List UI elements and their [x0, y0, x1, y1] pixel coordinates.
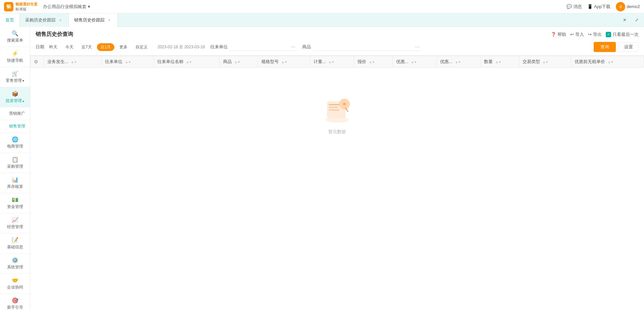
sort-icon: ▲▼: [542, 60, 548, 64]
import-btn[interactable]: ↩ 导入: [570, 32, 584, 38]
sidebar-item-search-menu[interactable]: 🔍 搜索菜单: [0, 27, 30, 47]
col-trade-type[interactable]: 交易类型 ▲▼: [519, 56, 571, 68]
column-settings-icon[interactable]: ⚙: [34, 59, 38, 64]
partner-picker-btn[interactable]: ···: [291, 44, 295, 50]
sidebar-item-label: 系统管理: [1, 264, 29, 270]
sidebar-item-wholesale-mgmt[interactable]: 📦 批发管理 ▴: [0, 87, 30, 107]
expand-btn[interactable]: ⤢: [632, 15, 641, 25]
app-download-btn[interactable]: 📱 App下载: [587, 4, 610, 10]
chevron-down-icon: ▾: [88, 4, 90, 9]
table-header-row: ⚙ 业务发生... ▲▼ 往来单位 ▲▼ 往来单位名称 ▲▼: [31, 56, 644, 68]
sidebar-item-retail-mgmt[interactable]: 🛒 零售管理 ▾: [0, 67, 30, 87]
date-btn-today[interactable]: 今天: [62, 43, 76, 51]
col-qty-label: 数量: [484, 59, 493, 64]
only-last-checkbox[interactable]: ✓: [606, 32, 611, 37]
date-btn-custom[interactable]: 自定义: [132, 43, 151, 51]
col-discount1[interactable]: 优惠... ▲▼: [392, 56, 436, 68]
sidebar-item-label: 电商管理: [1, 144, 29, 149]
export-label: 导出: [593, 32, 602, 38]
col-unit[interactable]: 计量... ▲▼: [310, 56, 354, 68]
date-btn-7days[interactable]: 近7天: [78, 43, 95, 51]
date-btn-1month[interactable]: 近1月: [97, 43, 115, 51]
filter-row: 日期 昨天 今天 近7天 近1月 更多 自定义 2023-02-18 至 202…: [36, 42, 639, 52]
sidebar-item-finance-mgmt[interactable]: 💵 资金管理: [0, 193, 30, 213]
close-purchase-history-tab[interactable]: ×: [58, 17, 63, 23]
tabbar-actions: ✕ ⤢: [620, 15, 644, 25]
col-quote-label: 报价: [358, 59, 366, 64]
operations-icon: 📈: [1, 217, 29, 223]
tab-purchase-history-label: 采购历史价跟踪: [25, 17, 56, 23]
sidebar-item-ecommerce-mgmt[interactable]: 🌐 电商管理: [0, 133, 30, 153]
col-biz-date[interactable]: 业务发生... ▲▼: [44, 56, 102, 68]
sidebar-item-basic-info[interactable]: 📝 基础信息: [0, 234, 30, 254]
sidebar-item-purchase-mgmt[interactable]: 📋 采购管理: [0, 153, 30, 173]
sort-icon: ▲▼: [125, 60, 131, 64]
goods-picker-btn[interactable]: ···: [415, 44, 419, 50]
collab-icon: 🤝: [1, 277, 29, 283]
sort-icon: ▲▼: [411, 60, 417, 64]
export-btn[interactable]: ↪ 导出: [588, 32, 602, 38]
sidebar-item-label: 零售管理: [6, 78, 22, 84]
col-partner-code[interactable]: 往来单位 ▲▼: [102, 56, 154, 68]
col-qty[interactable]: 数量 ▲▼: [481, 56, 519, 68]
sidebar-item-marketing[interactable]: 营销推广: [0, 107, 30, 120]
table-head: ⚙ 业务发生... ▲▼ 往来单位 ▲▼ 往来单位名称 ▲▼: [31, 56, 644, 68]
sidebar-item-quick-nav[interactable]: ⚡ 快捷导航: [0, 47, 30, 67]
app-download-label: App下载: [594, 4, 610, 10]
message-btn[interactable]: 💬 消息: [567, 4, 582, 10]
col-quote[interactable]: 报价 ▲▼: [354, 56, 392, 68]
col-trade-type-label: 交易类型: [523, 59, 540, 64]
filter-right: 查询 设置: [594, 42, 639, 52]
message-icon: 💬: [567, 4, 572, 9]
topbar-right: 💬 消息 📱 App下载 d demo2: [567, 2, 640, 11]
svg-rect-2: [329, 104, 340, 105]
sidebar-item-enterprise-collab[interactable]: 🤝 企业协同: [0, 274, 30, 294]
col-discount2-label: 优惠...: [440, 59, 452, 64]
sidebar-item-system-mgmt[interactable]: ⚙️ 系统管理: [0, 254, 30, 274]
date-btn-more[interactable]: 更多: [116, 43, 130, 51]
goods-label: 商品: [302, 44, 311, 50]
sidebar-item-onboarding[interactable]: 🎯 新手引导: [0, 294, 30, 310]
sidebar-item-operations-mgmt[interactable]: 📈 经营管理: [0, 213, 30, 234]
query-button[interactable]: 查询: [594, 42, 616, 52]
col-pre-tax-price[interactable]: 优惠前无税单价 ▲▼: [571, 56, 644, 68]
partner-input[interactable]: [231, 44, 291, 49]
date-btn-yesterday[interactable]: 昨天: [46, 43, 60, 51]
settings-button[interactable]: 设置: [619, 42, 639, 52]
tab-home[interactable]: 首页: [0, 13, 20, 27]
logo-line1: 畅捷通好生意: [15, 2, 38, 6]
sort-icon: ▲▼: [71, 60, 77, 64]
goods-input[interactable]: [314, 44, 415, 49]
tab-purchase-history[interactable]: 采购历史价跟踪 ×: [20, 13, 69, 27]
only-last-label: 只看最后一次: [612, 32, 639, 38]
export-icon: ↪: [588, 32, 592, 37]
header-actions: ❓ 帮助 ↩ 导入 ↪ 导出 ✓ 只看最后一次: [551, 32, 639, 38]
sort-icon: ▲▼: [234, 60, 240, 64]
import-icon: ↩: [570, 32, 574, 37]
col-partner-name[interactable]: 往来单位名称 ▲▼: [154, 56, 219, 68]
sort-icon: ▲▼: [328, 60, 334, 64]
only-last-wrap[interactable]: ✓ 只看最后一次: [606, 32, 639, 38]
basic-info-icon: 📝: [1, 237, 29, 243]
col-settings[interactable]: ⚙: [31, 56, 44, 68]
sort-icon: ▲▼: [186, 60, 192, 64]
app-selector[interactable]: 办公用品行业模拟账套 ▾: [40, 2, 93, 11]
sidebar-item-sales-mgmt[interactable]: 销售管理: [0, 120, 30, 133]
sidebar-item-label: 销售管理: [5, 123, 29, 129]
col-goods[interactable]: 商品 ▲▼: [220, 56, 258, 68]
col-unit-label: 计量...: [314, 59, 326, 64]
tab-home-label: 首页: [5, 17, 14, 23]
sidebar-item-inventory[interactable]: 📊 库存核算: [0, 173, 30, 193]
tab-sales-history[interactable]: 销售历史价跟踪 ×: [69, 13, 118, 27]
close-sales-history-tab[interactable]: ×: [107, 17, 112, 23]
svg-rect-3: [329, 107, 338, 108]
help-btn[interactable]: ❓ 帮助: [551, 32, 566, 38]
close-all-tabs-btn[interactable]: ✕: [620, 15, 629, 25]
topbar-left: 畅 畅捷通好生意 标准版 办公用品行业模拟账套 ▾: [4, 2, 93, 11]
inventory-icon: 📊: [1, 176, 29, 183]
col-spec[interactable]: 规格型号 ▲▼: [258, 56, 310, 68]
user-menu[interactable]: d demo2: [616, 2, 640, 11]
empty-state: 暂元数据: [30, 68, 644, 162]
import-label: 导入: [575, 32, 584, 38]
col-discount2[interactable]: 优惠... ▲▼: [436, 56, 480, 68]
